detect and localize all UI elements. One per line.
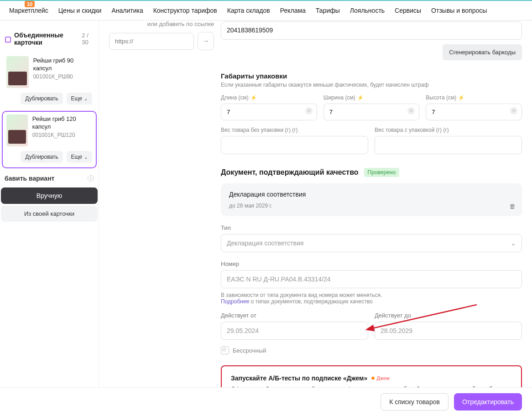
weight-no-pack-label: Вес товара без упаковки (г) (г) bbox=[221, 127, 368, 133]
permanent-label: Бессрочный bbox=[233, 347, 266, 354]
product-thumb bbox=[6, 114, 28, 146]
add-variant-label: бавить вариант bbox=[5, 175, 54, 182]
nav-item[interactable]: Карта складов bbox=[227, 7, 270, 14]
status-badge: Проверено bbox=[364, 168, 400, 177]
generate-barcodes-button[interactable]: Сгенерировать баркоды bbox=[443, 44, 522, 60]
length-input[interactable] bbox=[221, 104, 317, 120]
doc-hint2: о типах документов, подтверждающих качес… bbox=[249, 298, 372, 305]
cards-icon: ▢ bbox=[5, 35, 11, 43]
nav-item[interactable]: Тарифы bbox=[316, 7, 340, 14]
height-label: Высота (см) bbox=[426, 94, 456, 101]
card-sku: 001001K_РШ90 bbox=[33, 73, 92, 80]
learn-more-link[interactable]: Подробнее bbox=[221, 298, 249, 305]
product-thumb bbox=[6, 56, 29, 88]
card-title: Рейши гриб 90 капсул bbox=[33, 57, 92, 73]
nav-item[interactable]: Отзывы и вопросы bbox=[431, 7, 487, 14]
product-card[interactable]: 10 Рейши гриб 120 капсул 001001K_РШ120 Д… bbox=[2, 111, 97, 168]
main-panel: или добавить по ссылке → 2041838619509 С… bbox=[99, 21, 532, 415]
more-button[interactable]: Еще⌄ bbox=[67, 151, 92, 163]
add-from-card-button[interactable]: Из своей карточки bbox=[1, 206, 98, 222]
chevron-down-icon: ⌄ bbox=[84, 155, 88, 160]
height-input[interactable] bbox=[426, 104, 522, 120]
barcode-input[interactable]: 2041838619509 bbox=[221, 21, 522, 40]
jam-badge: ✸Джем bbox=[371, 375, 390, 381]
bolt-icon: ⚡ bbox=[357, 95, 364, 101]
width-input[interactable] bbox=[323, 104, 420, 120]
weight-with-pack-label: Вес товара с упаковкой (г) (г) bbox=[375, 127, 522, 133]
weight-no-pack-input[interactable] bbox=[221, 136, 368, 154]
permanent-checkbox[interactable] bbox=[221, 346, 229, 354]
clear-icon[interactable]: ✕ bbox=[510, 107, 517, 114]
add-manual-button[interactable]: Вручную bbox=[1, 187, 98, 204]
clear-icon[interactable]: ✕ bbox=[305, 107, 313, 114]
nav-item[interactable]: Лояльность bbox=[350, 7, 385, 14]
nav-item[interactable]: Реклама bbox=[280, 7, 306, 14]
valid-to-label: Действует до bbox=[375, 312, 522, 319]
trash-icon[interactable]: 🗑 bbox=[509, 203, 516, 210]
number-label: Номер bbox=[221, 260, 522, 267]
product-card[interactable]: 10 Рейши гриб 90 капсул 001001K_РШ90 Дуб… bbox=[2, 52, 97, 110]
nav-item[interactable]: Конструктор тарифов bbox=[153, 7, 217, 14]
clear-icon[interactable]: ✕ bbox=[407, 107, 415, 114]
sidebar: ▢ Объединенные карточки 2 / 30 10 Рейши … bbox=[0, 21, 99, 415]
bolt-icon: ⚡ bbox=[458, 95, 464, 101]
dims-heading: Габариты упаковки bbox=[221, 72, 522, 80]
weight-with-pack-input[interactable] bbox=[375, 136, 522, 154]
footer-bar: К списку товаров Отредактировать bbox=[0, 387, 532, 416]
length-label: Длина (см) bbox=[221, 94, 249, 101]
chevron-down-icon: ⌄ bbox=[511, 239, 516, 247]
nav-item[interactable]: Сервисы bbox=[395, 7, 421, 14]
valid-from-input[interactable]: 29.05.2024 bbox=[221, 322, 368, 340]
chevron-down-icon: ⌄ bbox=[84, 96, 88, 101]
duplicate-button[interactable]: Дублировать bbox=[21, 151, 63, 163]
number-input[interactable]: ЕАЭС N RU Д-RU.РА04.В.43314/24 bbox=[221, 270, 522, 288]
document-card: Декларация соответствия до 28 мая 2029 г… bbox=[221, 183, 522, 216]
doc-hint: В зависимости от типа документа вид номе… bbox=[221, 292, 382, 298]
url-input[interactable] bbox=[109, 33, 194, 50]
card-sku: 001001K_РШ120 bbox=[32, 132, 92, 138]
width-label: Ширина (см) bbox=[323, 94, 355, 101]
back-to-list-button[interactable]: К списку товаров bbox=[381, 393, 449, 411]
card-title: Рейши гриб 120 капсул bbox=[32, 115, 92, 131]
document-name: Декларация соответствия bbox=[229, 191, 514, 198]
jam-title: Запускайте А/Б-тесты по подписке «Джем» bbox=[231, 374, 367, 382]
type-label: Тип bbox=[221, 224, 522, 231]
sidebar-title: Объединенные карточки bbox=[14, 31, 79, 46]
valid-to-input[interactable]: 28.05.2029 bbox=[375, 322, 522, 340]
top-nav: Маркетплейс Цены и скидки Аналитика Конс… bbox=[0, 0, 532, 21]
go-button[interactable]: → bbox=[198, 32, 214, 50]
info-icon[interactable]: i bbox=[88, 175, 94, 182]
add-by-link-label: или добавить по ссылке bbox=[109, 21, 214, 27]
nav-item[interactable]: Маркетплейс bbox=[9, 7, 48, 14]
document-heading: Документ, подтверждающий качество bbox=[221, 168, 359, 177]
sidebar-count: 2 / 30 bbox=[82, 32, 94, 46]
duplicate-button[interactable]: Дублировать bbox=[21, 93, 63, 104]
bolt-icon: ⚡ bbox=[250, 95, 257, 101]
dims-hint: Если указанные габариты окажутся меньше … bbox=[221, 82, 522, 88]
edit-button[interactable]: Отредактировать bbox=[454, 393, 522, 411]
nav-item[interactable]: Аналитика bbox=[111, 7, 143, 14]
document-expiry: до 28 мая 2029 г. bbox=[229, 203, 514, 209]
valid-from-label: Действует от bbox=[221, 312, 368, 319]
more-button[interactable]: Еще⌄ bbox=[67, 93, 92, 104]
type-select[interactable]: Декларация соответствия ⌄ bbox=[221, 234, 522, 252]
nav-item[interactable]: Цены и скидки bbox=[58, 7, 102, 14]
